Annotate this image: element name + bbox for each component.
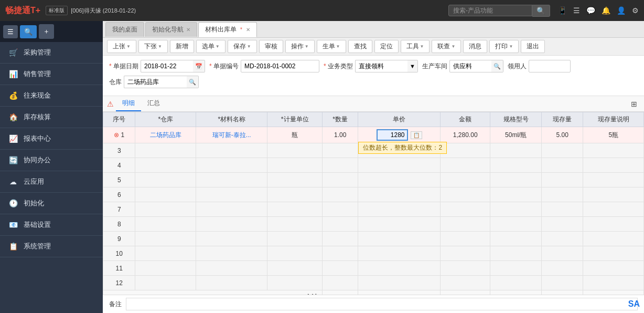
tab-init-close[interactable]: ✕ [186,27,190,33]
chat-icon[interactable]: 💬 [586,6,595,15]
type-dropdown-btn[interactable]: ▼ [407,60,418,72]
table-row: 6 [103,187,644,202]
btn-save[interactable]: 保存 ▼ [228,40,257,53]
btn-generate[interactable]: 生单 ▼ [317,40,346,53]
menu-icon[interactable]: ☰ [573,6,580,15]
person-input[interactable] [529,60,571,72]
warehouse-search-btn[interactable]: 🔍 [187,76,199,88]
btn-print[interactable]: 打印 ▼ [489,40,519,53]
warehouse-input[interactable] [124,76,187,88]
btn-operation[interactable]: 操作 ▼ [285,40,315,53]
date-label: 单据日期 [109,62,138,71]
table-header-row: 序号 *仓库 *材料名称 *计量单位 *数量 单价 金额 规格型号 现存量 现存… [103,112,644,127]
total-label: 合计 [103,290,323,295]
btn-select[interactable]: 选单 ▼ [196,40,226,53]
search-input[interactable] [448,5,532,16]
cell-stock-desc: 5瓶 [583,127,644,143]
tab-bar: 我的桌面 初始化导航 ✕ 材料出库单 * ✕ [103,21,644,38]
total-stockdesc-empty [583,290,644,295]
remark-input[interactable] [126,298,638,310]
search-button[interactable]: 🔍 [532,5,550,17]
sidebar-item-inventory[interactable]: 🏠 库存核算 [0,107,103,128]
tab-material[interactable]: 材料出库单 * ✕ [198,22,257,37]
col-amount: 金额 [440,112,490,127]
tab-material-close[interactable]: ✕ [246,27,250,33]
cell-stock: 5.00 [541,127,583,143]
warehouse-label: 仓库 [109,78,122,87]
workshop-input-wrapper: 🔍 [449,60,503,72]
col-warehouse: *仓库 [135,112,196,127]
sidebar-item-system[interactable]: 📋 系统管理 [0,236,103,257]
bell-icon[interactable]: 🔔 [602,6,610,15]
table-total-row: 合计 1.00 1,280.00 [103,290,644,295]
col-stock-desc: 现存量说明 [583,112,644,127]
col-unit: *计量单位 [267,112,322,127]
workshop-input[interactable] [449,60,491,72]
subtab-detail-label: 明细 [122,99,135,107]
sidebar-item-sales[interactable]: 📊 销售管理 [0,64,103,85]
finance-icon: 💰 [8,90,18,101]
btn-query[interactable]: 联查 ▼ [432,40,461,53]
btn-exit[interactable]: 退出 [521,40,545,53]
phone-icon[interactable]: 📱 [558,6,567,15]
workshop-search-btn[interactable]: 🔍 [491,60,503,72]
sidebar-item-cloud[interactable]: ☁ 云应用 [0,171,103,193]
cell-material[interactable]: 瑞可新-泰拉... [196,127,267,143]
sidebar-item-basic-label: 基础设置 [24,220,51,229]
sidebar-item-init[interactable]: 🕐 初始化 [0,193,103,214]
sidebar-search-btn[interactable]: 🔍 [20,25,37,38]
sub-tab-warn-icon: ⚠ [107,100,114,108]
price-picker-btn[interactable]: 📋 [411,131,422,139]
date-input[interactable] [141,60,193,72]
btn-tools[interactable]: 工具 ▼ [401,40,430,53]
tab-init[interactable]: 初始化导航 ✕ [145,22,197,37]
btn-audit[interactable]: 审核 [259,40,283,53]
subtab-summary[interactable]: 汇总 [141,96,166,111]
settings-icon[interactable]: ⚙ [632,6,639,15]
table-expand-btn[interactable]: ⊞ [628,97,640,111]
number-input[interactable] [241,60,319,72]
tab-desk[interactable]: 我的桌面 [105,22,144,37]
table-row: ⊗ 1 二场药品库 瑞可新-泰拉... 瓶 1.00 📋 位数超长，整数最大位数… [103,127,644,143]
toolbar: 上张 ▼ 下张 ▼ 新增 选单 ▼ 保存 ▼ 审核 操作 ▼ 生单 ▼ 查找 定… [103,38,644,56]
tab-material-modified: * [240,27,242,33]
sidebar-item-system-label: 系统管理 [24,242,51,251]
btn-prev[interactable]: 上张 ▼ [107,40,136,53]
sales-icon: 📊 [8,69,18,79]
btn-message[interactable]: 消息 [463,40,487,53]
btn-find[interactable]: 查找 [348,40,372,53]
btn-new[interactable]: 新增 [170,40,194,53]
type-input[interactable] [355,60,407,72]
edition-badge: 标准版 [46,6,68,15]
type-select-wrapper: ▼ [355,60,418,72]
reports-icon: 📈 [8,133,18,144]
user-icon[interactable]: 👤 [617,6,626,15]
sidebar-item-finance[interactable]: 💰 往来现金 [0,85,103,107]
table-row: 5 [103,173,644,187]
col-spec: 规格型号 [490,112,541,127]
total-spec-empty [490,290,541,295]
btn-locate[interactable]: 定位 [374,40,399,53]
btn-next[interactable]: 下张 ▼ [138,40,168,53]
col-stock: 现存量 [541,112,583,127]
cloud-icon: ☁ [8,176,18,187]
sidebar-item-collab[interactable]: 🔄 协同办公 [0,150,103,171]
system-icon: 📋 [8,241,18,252]
total-amount: 1,280.00 [440,290,490,295]
sidebar-item-purchase[interactable]: 🛒 采购管理 [0,42,103,64]
cell-warehouse[interactable]: 二场药品库 [135,127,196,143]
date-picker-btn[interactable]: 📅 [193,60,205,72]
top-bar-icons: 📱 ☰ 💬 🔔 👤 ⚙ [558,6,639,15]
subtab-detail[interactable]: 明细 [116,96,141,111]
col-material: *材料名称 [196,112,267,127]
sidebar-add-btn[interactable]: ＋ [39,24,54,39]
init-icon: 🕐 [8,198,18,208]
sidebar-item-reports[interactable]: 📈 报表中心 [0,128,103,150]
sidebar-item-basic[interactable]: 📧 基础设置 [0,214,103,236]
sidebar: ☰ 🔍 ＋ 🛒 采购管理 📊 销售管理 💰 往来现金 🏠 库存核算 📈 报表中心… [0,21,103,313]
tab-init-label: 初始化导航 [152,25,184,34]
cell-unit[interactable]: 瓶 [267,127,322,143]
sidebar-menu-toggle[interactable]: ☰ [3,25,18,38]
price-input[interactable] [377,129,408,141]
tab-desk-label: 我的桌面 [112,25,137,34]
